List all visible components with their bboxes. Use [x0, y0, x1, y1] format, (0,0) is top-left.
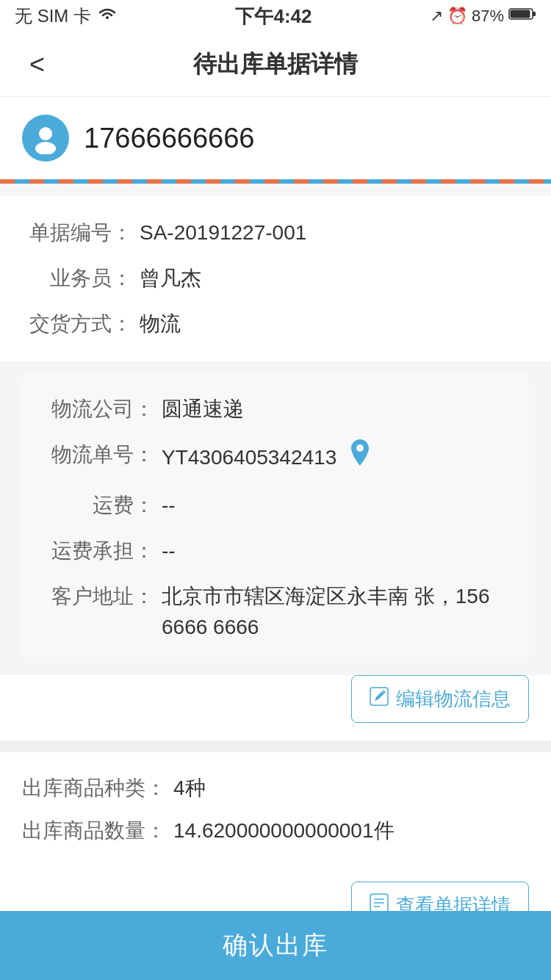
- tracking-number: YT4306405342413: [162, 442, 336, 473]
- product-quantity-row: 出库商品数量： 14.620000000000001件: [22, 817, 529, 845]
- address-label: 客户地址：: [44, 581, 154, 612]
- tracking-label: 物流单号：: [44, 439, 154, 470]
- freight-bearer-value: --: [154, 536, 507, 566]
- delivery-method-label: 交货方式：: [22, 309, 132, 339]
- product-types-label: 出库商品种类：: [22, 774, 166, 802]
- alarm-icon: ⏰: [447, 7, 467, 26]
- svg-rect-1: [533, 12, 536, 16]
- product-quantity-value: 14.620000000000001件: [166, 817, 395, 845]
- freight-label: 运费：: [44, 490, 154, 521]
- sales-person-value: 曾凡杰: [132, 263, 529, 294]
- product-quantity-label: 出库商品数量：: [22, 817, 166, 845]
- document-number-label: 单据编号：: [22, 217, 132, 248]
- document-info-section: 单据编号： SA-20191227-001 业务员： 曾凡杰 交货方式： 物流: [0, 195, 551, 361]
- section-divider: [0, 741, 551, 752]
- status-bar: 无 SIM 卡 下午4:42 ↗ ⏰ 87%: [0, 0, 551, 32]
- wifi-icon: [97, 6, 118, 26]
- freight-bearer-row: 运费承担： --: [44, 536, 507, 566]
- address-row: 客户地址： 北京市市辖区海淀区永丰南 张，156 6666 6666: [44, 581, 507, 643]
- document-number-value: SA-20191227-001: [132, 217, 529, 248]
- nav-bar: < 待出库单据详情: [0, 32, 551, 97]
- battery-icon: [508, 7, 536, 26]
- confirm-btn-container: 确认出库: [0, 911, 551, 980]
- status-time: 下午4:42: [235, 4, 311, 29]
- edit-icon: [370, 687, 389, 711]
- freight-value: --: [154, 490, 507, 521]
- carrier-label: 无 SIM 卡: [15, 4, 91, 28]
- customer-header: 17666666666: [0, 97, 551, 179]
- tracking-row: 物流单号： YT4306405342413: [44, 439, 507, 475]
- freight-bearer-label: 运费承担：: [44, 536, 154, 566]
- dashed-divider: [0, 179, 551, 184]
- back-button[interactable]: <: [22, 42, 52, 87]
- logistics-company-row: 物流公司： 圆通速递: [44, 394, 507, 425]
- avatar: [22, 115, 69, 162]
- location-status-icon: ↗: [430, 7, 443, 26]
- sales-person-label: 业务员：: [22, 263, 132, 294]
- battery-label: 87%: [472, 7, 504, 26]
- freight-row: 运费： --: [44, 490, 507, 521]
- logistics-company-label: 物流公司：: [44, 394, 154, 425]
- page-title: 待出库单据详情: [193, 48, 358, 81]
- edit-logistics-button[interactable]: 编辑物流信息: [351, 675, 529, 723]
- product-types-row: 出库商品种类： 4种: [22, 774, 529, 802]
- confirm-button[interactable]: 确认出库: [223, 929, 328, 962]
- logistics-card: 物流公司： 圆通速递 物流单号： YT4306405342413 运费： --: [22, 373, 529, 663]
- sales-person-row: 业务员： 曾凡杰: [22, 263, 529, 294]
- product-types-value: 4种: [166, 774, 206, 802]
- product-section: 出库商品种类： 4种 出库商品数量： 14.620000000000001件: [0, 752, 551, 874]
- document-number-row: 单据编号： SA-20191227-001: [22, 217, 529, 248]
- status-left: 无 SIM 卡: [15, 4, 118, 28]
- tracking-value: YT4306405342413: [154, 439, 507, 475]
- logistics-company-value: 圆通速递: [154, 394, 507, 425]
- svg-point-3: [39, 127, 52, 140]
- customer-phone: 17666666666: [84, 123, 254, 154]
- tracking-location-icon[interactable]: [348, 439, 372, 475]
- svg-rect-2: [510, 10, 530, 18]
- delivery-method-row: 交货方式： 物流: [22, 309, 529, 339]
- delivery-method-value: 物流: [132, 309, 529, 339]
- edit-logistics-label: 编辑物流信息: [396, 686, 511, 712]
- svg-point-4: [35, 142, 56, 154]
- status-right: ↗ ⏰ 87%: [430, 7, 536, 26]
- edit-btn-container: 编辑物流信息: [0, 675, 551, 741]
- address-value: 北京市市辖区海淀区永丰南 张，156 6666 6666: [154, 581, 507, 643]
